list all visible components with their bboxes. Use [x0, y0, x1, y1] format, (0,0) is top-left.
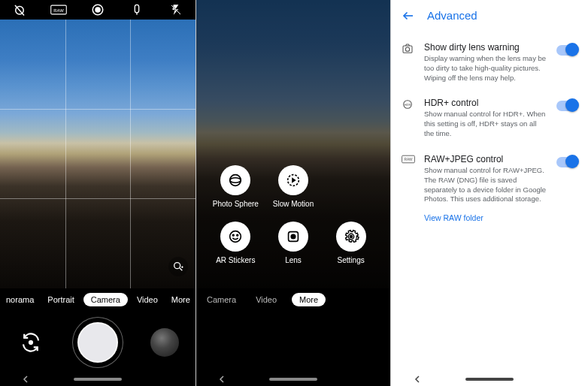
svg-point-5	[95, 8, 100, 12]
settings-icon	[336, 222, 366, 252]
svg-point-12	[230, 175, 241, 186]
raw-title: RAW+JPEG control	[424, 154, 547, 164]
photo-sphere-icon	[220, 165, 250, 195]
mode-portrait[interactable]: Portrait	[43, 294, 78, 306]
dirty-lens-setting[interactable]: Show dirty lens warning Display warning …	[402, 35, 577, 90]
svg-point-10	[174, 263, 180, 269]
raw-toggle[interactable]	[556, 157, 577, 167]
mode-camera[interactable]: Camera	[83, 293, 128, 306]
nav-home-pill[interactable]	[74, 378, 122, 381]
svg-point-16	[230, 231, 241, 243]
dirty-lens-toggle[interactable]	[556, 45, 577, 56]
lens-icon	[278, 222, 308, 252]
settings-label: Settings	[338, 256, 365, 264]
hdr-title: HDR+ control	[424, 98, 547, 108]
hdr-icon: HDR	[402, 98, 415, 110]
settings-title: Advanced	[427, 9, 477, 22]
last-photo-thumbnail[interactable]	[150, 328, 179, 357]
raw-icon[interactable]: RAW	[47, 5, 71, 15]
svg-point-11	[29, 340, 33, 345]
mode-more[interactable]: More	[167, 294, 195, 306]
advanced-settings-screen: Advanced Show dirty lens warning Display…	[391, 0, 588, 386]
raw-desc: Show manual control for RAW+JPEG. The RA…	[424, 166, 547, 204]
svg-point-17	[233, 234, 235, 236]
svg-rect-23	[403, 46, 412, 53]
settings-option[interactable]: Settings	[322, 222, 380, 264]
nav-back-icon[interactable]	[414, 375, 421, 383]
ar-stickers-label: AR Stickers	[216, 256, 255, 264]
settings-header: Advanced	[391, 0, 588, 32]
mode-more[interactable]: More	[292, 293, 326, 306]
viewfinder-preview	[0, 20, 195, 288]
photo-sphere-label: Photo Sphere	[213, 200, 259, 208]
svg-point-18	[237, 234, 238, 236]
view-raw-folder-link[interactable]: View RAW folder	[424, 213, 577, 222]
lens-option[interactable]: Lens	[265, 222, 323, 264]
svg-point-20	[291, 234, 296, 239]
mode-video[interactable]: Video	[251, 294, 281, 306]
camera-mode-strip: Camera Video More	[196, 288, 390, 311]
mode-panorama[interactable]: norama	[2, 294, 38, 306]
flash-off-icon[interactable]	[164, 3, 188, 17]
lens-label: Lens	[285, 256, 302, 264]
camera-more-menu-screen: Photo Sphere Slow Motion AR S	[196, 0, 390, 386]
svg-text:HDR: HDR	[405, 103, 411, 107]
photo-sphere-option[interactable]: Photo Sphere	[207, 165, 265, 208]
svg-marker-15	[292, 177, 296, 182]
hdr-toggle[interactable]	[556, 101, 577, 111]
hdr-desc: Show manual control for HDR+. When this …	[424, 110, 547, 138]
nav-back-icon[interactable]	[218, 375, 226, 383]
camera-controls	[0, 312, 195, 372]
android-nav-bar	[0, 372, 195, 386]
nav-home-pill[interactable]	[465, 378, 514, 381]
switch-camera-button[interactable]	[17, 328, 45, 357]
svg-text:RAW: RAW	[404, 158, 412, 161]
nav-home-pill[interactable]	[269, 378, 317, 381]
shutter-button[interactable]	[77, 322, 118, 363]
slow-motion-option[interactable]: Slow Motion	[265, 165, 323, 208]
hdr-control-setting[interactable]: HDR HDR+ control Show manual control for…	[402, 90, 577, 146]
settings-list: Show dirty lens warning Display warning …	[391, 32, 588, 222]
timer-off-icon[interactable]	[8, 3, 32, 17]
camera-mode-strip: norama Portrait Camera Video More	[0, 288, 195, 311]
mode-camera[interactable]: Camera	[202, 294, 241, 306]
raw-setting-icon: RAW	[402, 154, 415, 164]
ar-stickers-icon	[220, 222, 250, 252]
svg-point-13	[230, 178, 241, 182]
motion-toggle-icon[interactable]	[168, 257, 188, 276]
camera-controls-empty	[196, 312, 390, 372]
svg-rect-6	[135, 5, 138, 13]
camera-top-options: RAW	[0, 0, 195, 20]
dirty-lens-desc: Display warning when the lens may be too…	[424, 54, 547, 83]
motion-photo-icon[interactable]	[86, 3, 110, 17]
raw-control-setting[interactable]: RAW RAW+JPEG control Show manual control…	[402, 146, 577, 212]
more-options-grid: Photo Sphere Slow Motion AR S	[196, 165, 390, 264]
mode-video[interactable]: Video	[132, 294, 162, 306]
dirty-lens-title: Show dirty lens warning	[424, 42, 547, 53]
dirty-lens-icon	[402, 42, 415, 55]
svg-text:RAW: RAW	[53, 8, 64, 13]
svg-point-21	[349, 235, 353, 239]
ar-stickers-option[interactable]: AR Stickers	[207, 222, 265, 264]
nav-back-icon[interactable]	[22, 375, 29, 383]
android-nav-bar	[391, 372, 588, 386]
white-balance-icon[interactable]	[125, 3, 149, 17]
slow-motion-icon	[278, 165, 308, 195]
back-arrow-icon[interactable]	[402, 9, 415, 23]
camera-viewfinder-screen: RAW	[0, 0, 195, 386]
android-nav-bar	[196, 372, 390, 386]
slow-motion-label: Slow Motion	[273, 200, 314, 208]
svg-point-24	[405, 47, 409, 51]
